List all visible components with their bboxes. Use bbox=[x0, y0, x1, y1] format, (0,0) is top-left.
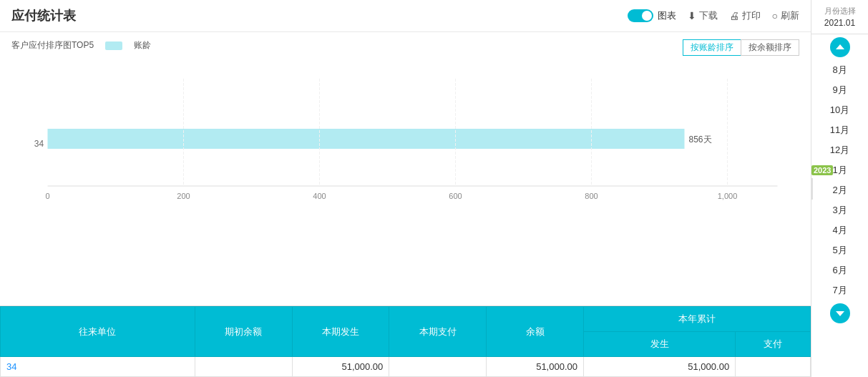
ytd-occur-cell: 51,000.00 bbox=[584, 357, 736, 377]
data-table-wrap: 往来单位 期初余额 本期发生 本期支付 余额 本年累计 发生 支付 34 51,… bbox=[0, 305, 811, 377]
data-table: 往来单位 期初余额 本期发生 本期支付 余额 本年累计 发生 支付 34 51,… bbox=[0, 306, 811, 377]
svg-text:200: 200 bbox=[177, 192, 190, 200]
svg-text:800: 800 bbox=[585, 192, 598, 200]
sidebar-up-arrow[interactable] bbox=[830, 37, 850, 57]
chart-container: 34 856天 0 200 400 600 800 1,000 bbox=[11, 57, 799, 236]
chart-toggle-wrap: 图表 bbox=[628, 9, 676, 22]
col-period-begin-header: 期初余额 bbox=[195, 307, 292, 357]
sidebar-down-arrow[interactable] bbox=[830, 303, 850, 323]
page-title: 应付统计表 bbox=[11, 7, 628, 24]
svg-text:856天: 856天 bbox=[689, 134, 712, 145]
month-sidebar: 月份选择 2021.01 8月 9月 10月 11月 12月 2023 1月 2… bbox=[811, 0, 868, 377]
col-ytd-group-header: 本年累计 bbox=[584, 307, 811, 332]
col-ytd-occur-header: 发生 bbox=[584, 332, 736, 357]
period-begin-cell bbox=[195, 357, 292, 377]
svg-text:400: 400 bbox=[313, 192, 326, 200]
chart-toggle[interactable] bbox=[628, 9, 653, 22]
page-header: 应付统计表 图表 ⬇ 下载 🖨 打印 ○ 刷新 bbox=[0, 0, 811, 32]
col-current-pay-header: 本期支付 bbox=[389, 307, 487, 357]
chart-legend: 客户应付排序图TOP5 账龄 bbox=[11, 39, 799, 52]
month-item-10[interactable]: 10月 bbox=[811, 100, 868, 120]
ytd-pay-cell bbox=[736, 357, 811, 377]
month-item-7[interactable]: 7月 bbox=[811, 280, 868, 300]
table-row: 34 51,000.00 51,000.00 51,000.00 bbox=[1, 357, 811, 377]
svg-text:34: 34 bbox=[34, 139, 44, 149]
year-badge-2023: 2023 bbox=[811, 165, 833, 175]
month-item-5[interactable]: 5月 bbox=[811, 240, 868, 260]
chevron-up-icon bbox=[835, 42, 845, 52]
month-item-6[interactable]: 6月 bbox=[811, 260, 868, 280]
svg-marker-14 bbox=[836, 44, 844, 49]
month-item-8[interactable]: 8月 bbox=[811, 60, 868, 80]
sidebar-nav: 8月 9月 10月 11月 12月 2023 1月 2月 3月 4月 5月 6月… bbox=[811, 34, 868, 326]
month-item-1[interactable]: 2023 1月 bbox=[811, 160, 868, 180]
download-icon: ⬇ bbox=[688, 10, 696, 21]
month-item-11[interactable]: 11月 bbox=[811, 120, 868, 140]
month-list: 8月 9月 10月 11月 12月 2023 1月 2月 3月 4月 5月 6月… bbox=[811, 60, 868, 300]
legend-label-1: 客户应付排序图TOP5 bbox=[11, 39, 94, 52]
month-item-2[interactable]: 2月 bbox=[811, 180, 868, 200]
legend-label-2: 账龄 bbox=[134, 39, 151, 52]
svg-marker-15 bbox=[836, 311, 844, 316]
svg-text:0: 0 bbox=[45, 192, 49, 200]
chart-toggle-label: 图表 bbox=[658, 9, 676, 22]
bar-chart: 34 856天 0 200 400 600 800 1,000 bbox=[11, 57, 799, 229]
sidebar-current-date: 2021.01 bbox=[814, 16, 865, 31]
sort-by-balance-button[interactable]: 按余额排序 bbox=[741, 39, 799, 56]
refresh-button[interactable]: ○ 刷新 bbox=[772, 9, 799, 22]
month-item-4[interactable]: 4月 bbox=[811, 220, 868, 240]
legend-box bbox=[105, 41, 122, 50]
svg-text:1,000: 1,000 bbox=[718, 192, 738, 200]
month-item-12[interactable]: 12月 bbox=[811, 140, 868, 160]
sort-by-age-button[interactable]: 按账龄排序 bbox=[683, 39, 741, 56]
bar-rect bbox=[48, 129, 685, 149]
col-ytd-pay-header: 支付 bbox=[736, 332, 811, 357]
download-button[interactable]: ⬇ 下载 bbox=[688, 9, 718, 22]
svg-text:600: 600 bbox=[449, 192, 462, 200]
month-item-3[interactable]: 3月 bbox=[811, 200, 868, 220]
print-icon: 🖨 bbox=[729, 10, 739, 21]
sidebar-year-label: 月份选择 bbox=[814, 6, 865, 16]
chart-area: 客户应付排序图TOP5 账龄 按账龄排序 按余额排序 34 856天 0 200 bbox=[0, 32, 811, 305]
header-actions: 图表 ⬇ 下载 🖨 打印 ○ 刷新 bbox=[628, 9, 799, 22]
current-occur-cell: 51,000.00 bbox=[292, 357, 389, 377]
col-unit-header: 往来单位 bbox=[1, 307, 195, 357]
sort-buttons: 按账龄排序 按余额排序 bbox=[683, 39, 799, 56]
balance-cell: 51,000.00 bbox=[487, 357, 584, 377]
col-current-occur-header: 本期发生 bbox=[292, 307, 389, 357]
sidebar-header: 月份选择 2021.01 bbox=[811, 0, 868, 34]
month-item-9[interactable]: 9月 bbox=[811, 80, 868, 100]
current-pay-cell bbox=[389, 357, 487, 377]
refresh-icon: ○ bbox=[772, 10, 778, 21]
print-button[interactable]: 🖨 打印 bbox=[729, 9, 761, 22]
unit-cell[interactable]: 34 bbox=[1, 357, 195, 377]
col-balance-header: 余额 bbox=[487, 307, 584, 357]
chevron-down-icon bbox=[835, 308, 845, 318]
